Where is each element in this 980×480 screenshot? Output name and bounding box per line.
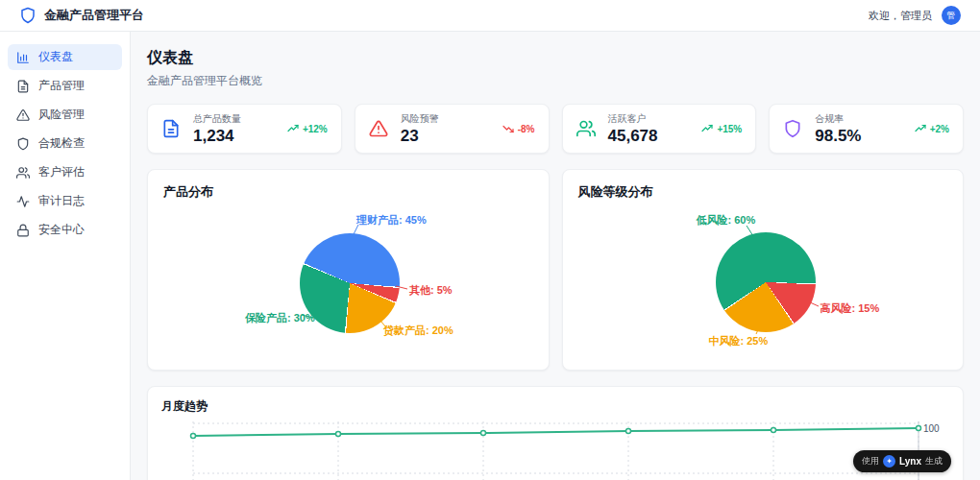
lynx-brand-name: Lynx (899, 456, 921, 467)
page-title: 仪表盘 (147, 48, 964, 68)
monthly-trend-card: 月度趋势 100 (147, 386, 964, 480)
stat-card-risk-alerts: 风险预警 23 -8% (355, 104, 550, 154)
sidebar-item-customers[interactable]: 客户评估 (8, 159, 122, 185)
stat-label: 合规率 (815, 112, 861, 126)
shield-logo-icon (19, 7, 37, 24)
shield-icon (783, 119, 802, 138)
pie-slice-label: 高风险: 15% (821, 301, 880, 316)
lynx-badge[interactable]: 使用 ✦ Lynx 生成 (853, 450, 951, 472)
sidebar-item-label: 审计日志 (38, 193, 85, 209)
dashboard-icon (16, 51, 30, 64)
chart-title: 产品分布 (163, 183, 213, 201)
risk-level-pie (716, 232, 816, 332)
lynx-badge-prefix: 使用 (862, 455, 879, 468)
chart-title: 风险等级分布 (578, 183, 653, 201)
sidebar-item-risk[interactable]: 风险管理 (8, 102, 122, 128)
lynx-logo-icon: ✦ (883, 455, 895, 468)
pie-slice-label: 保险产品: 30% (245, 311, 315, 325)
alert-triangle-icon (369, 119, 388, 138)
sidebar-item-security[interactable]: 安全中心 (8, 217, 122, 243)
stat-card-active-customers: 活跃客户 45,678 +15% (562, 104, 757, 154)
avatar[interactable]: 管 (942, 6, 961, 25)
trending-up-icon (287, 124, 299, 133)
sidebar-item-label: 风险管理 (38, 107, 85, 123)
stat-value: 98.5% (815, 127, 861, 146)
pie-slice-label: 中风险: 25% (709, 334, 769, 348)
stat-value: 45,678 (608, 127, 658, 146)
document-icon (161, 119, 181, 138)
stat-value: 1,234 (193, 127, 241, 146)
users-icon (576, 119, 596, 138)
stat-label: 活跃客户 (608, 112, 658, 126)
stat-trend-value: +15% (717, 124, 742, 134)
product-distribution-card: 产品分布 理财产品: 45% 其他: 5% 贷款产品: 20% 保险产品: 30… (147, 169, 550, 371)
pie-slice-label: 低风险: 60% (697, 213, 756, 228)
top-header: 金融产品管理平台 欢迎，管理员 管 (0, 0, 980, 32)
stat-label: 总产品数量 (193, 112, 241, 126)
risk-level-distribution-card: 风险等级分布 低风险: 60% 高风险: 15% 中风险: 25% (562, 169, 965, 371)
lynx-badge-suffix: 生成 (925, 455, 943, 468)
trending-up-icon (701, 124, 713, 133)
svg-text:100: 100 (923, 423, 940, 434)
stat-trend-value: +12% (303, 124, 328, 134)
stat-cards-row: 总产品数量 1,234 +12% 风险预警 23 (147, 104, 964, 154)
brand: 金融产品管理平台 (19, 7, 144, 24)
document-icon (16, 80, 30, 93)
monthly-trend-line-chart: 100 (148, 387, 965, 480)
welcome-text: 欢迎，管理员 (869, 9, 932, 23)
sidebar-item-label: 安全中心 (38, 222, 85, 238)
stat-trend-value: -8% (518, 124, 535, 134)
page-subtitle: 金融产品管理平台概览 (147, 73, 964, 89)
shield-icon (16, 137, 30, 151)
app-title: 金融产品管理平台 (44, 7, 144, 24)
users-icon (16, 166, 30, 180)
stat-trend-value: +2% (930, 124, 949, 134)
app-window: 金融产品管理平台 欢迎，管理员 管 仪表盘 产品管理 风险管理 合规检查 (0, 0, 980, 480)
sidebar-item-label: 仪表盘 (38, 49, 73, 65)
lock-icon (16, 224, 30, 237)
sidebar-item-label: 客户评估 (38, 164, 85, 180)
sidebar-item-products[interactable]: 产品管理 (8, 73, 122, 99)
stat-card-compliance-rate: 合规率 98.5% +2% (769, 104, 964, 154)
stat-card-total-products: 总产品数量 1,234 +12% (147, 104, 342, 154)
pie-slice-label: 其他: 5% (409, 283, 453, 298)
sidebar: 仪表盘 产品管理 风险管理 合规检查 客户评估 审计日志 (0, 32, 131, 480)
sidebar-item-compliance[interactable]: 合规检查 (8, 131, 122, 156)
stat-value: 23 (401, 127, 439, 146)
alert-triangle-icon (16, 108, 30, 122)
pie-slice-label: 贷款产品: 20% (383, 324, 453, 338)
sidebar-item-label: 合规检查 (38, 135, 85, 152)
stat-label: 风险预警 (401, 112, 439, 126)
header-right: 欢迎，管理员 管 (869, 6, 961, 25)
main-content: 仪表盘 金融产品管理平台概览 总产品数量 1,234 +12% (131, 32, 980, 480)
trending-down-icon (502, 124, 514, 133)
sidebar-item-label: 产品管理 (38, 78, 85, 94)
sidebar-item-dashboard[interactable]: 仪表盘 (8, 44, 122, 70)
pie-charts-row: 产品分布 理财产品: 45% 其他: 5% 贷款产品: 20% 保险产品: 30… (147, 169, 964, 371)
pie-slice-label: 理财产品: 45% (356, 213, 427, 228)
trending-up-icon (915, 124, 926, 133)
sidebar-item-audit[interactable]: 审计日志 (8, 188, 122, 214)
activity-icon (16, 195, 30, 208)
